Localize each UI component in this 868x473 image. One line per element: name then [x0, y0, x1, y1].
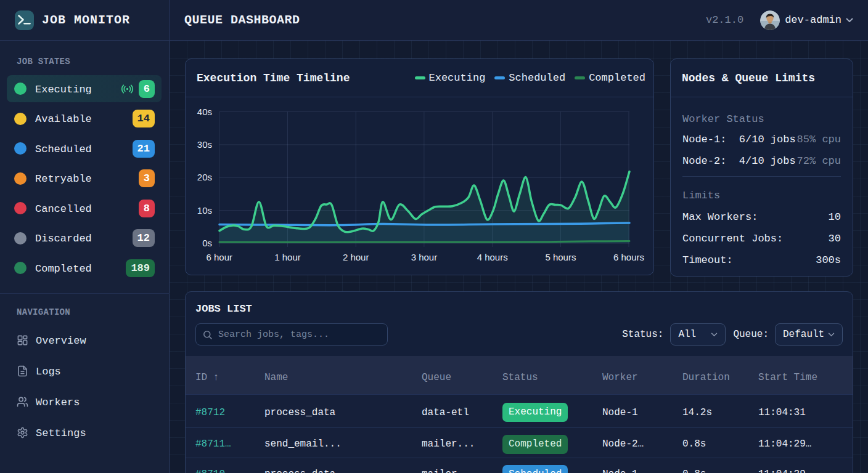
- svg-text:4 hours: 4 hours: [477, 252, 508, 262]
- svg-text:20s: 20s: [197, 172, 212, 182]
- svg-text:6 hour: 6 hour: [207, 252, 233, 262]
- svg-text:6 hours: 6 hours: [613, 252, 644, 262]
- svg-text:30s: 30s: [197, 139, 212, 150]
- svg-text:3 hour: 3 hour: [411, 252, 438, 262]
- svg-text:1 hour: 1 hour: [274, 252, 301, 262]
- svg-text:40s: 40s: [197, 107, 212, 117]
- svg-text:5 hours: 5 hours: [545, 252, 576, 262]
- svg-text:10s: 10s: [197, 205, 212, 216]
- svg-text:2 hour: 2 hour: [343, 252, 369, 262]
- svg-text:0s: 0s: [202, 238, 212, 248]
